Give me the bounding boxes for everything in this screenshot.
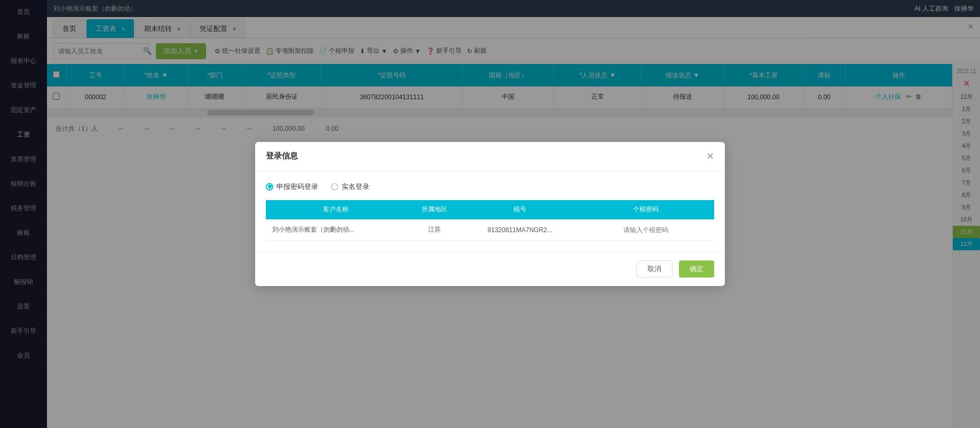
radio-realname-login[interactable]: 实名登录 — [331, 182, 369, 192]
col-tax-password: 个税密码 — [577, 200, 714, 219]
client-name-cell: 刘小艳演示账套（勿删勿动... — [266, 219, 406, 241]
col-client-name: 客户名称 — [266, 200, 406, 219]
client-table: 客户名称 所属地区 税号 个税密码 刘小艳演示账套（勿删勿动... 江苏 913… — [266, 200, 714, 241]
login-dialog: 登录信息 ✕ 申报密码登录 实名登录 客户名称 所属地区 — [255, 142, 725, 287]
radio-realname-btn[interactable] — [331, 183, 338, 191]
radio-password-login[interactable]: 申报密码登录 — [266, 182, 318, 192]
login-type-group: 申报密码登录 实名登录 — [266, 182, 714, 192]
radio-realname-label: 实名登录 — [342, 182, 369, 192]
dialog-body: 申报密码登录 实名登录 客户名称 所属地区 税号 个税密码 — [255, 171, 725, 252]
dialog-title: 登录信息 — [266, 151, 298, 161]
dialog-header: 登录信息 ✕ — [255, 142, 725, 171]
cancel-button[interactable]: 取消 — [636, 260, 673, 278]
region-cell: 江苏 — [406, 219, 463, 241]
radio-password-btn[interactable] — [266, 183, 273, 191]
radio-password-label: 申报密码登录 — [276, 182, 318, 192]
col-tax-no: 税号 — [463, 200, 578, 219]
dialog-overlay: 登录信息 ✕ 申报密码登录 实名登录 客户名称 所属地区 — [0, 0, 980, 428]
dialog-close-btn[interactable]: ✕ — [706, 150, 714, 162]
client-row: 刘小艳演示账套（勿删勿动... 江苏 91320811MA7NGR2... — [266, 219, 714, 241]
confirm-button[interactable]: 确定 — [679, 260, 714, 278]
col-region: 所属地区 — [406, 200, 463, 219]
tax-no-cell: 91320811MA7NGR2... — [463, 219, 578, 241]
dialog-footer: 取消 确定 — [255, 251, 725, 286]
tax-password-input[interactable] — [583, 226, 708, 234]
tax-password-cell[interactable] — [577, 219, 714, 241]
